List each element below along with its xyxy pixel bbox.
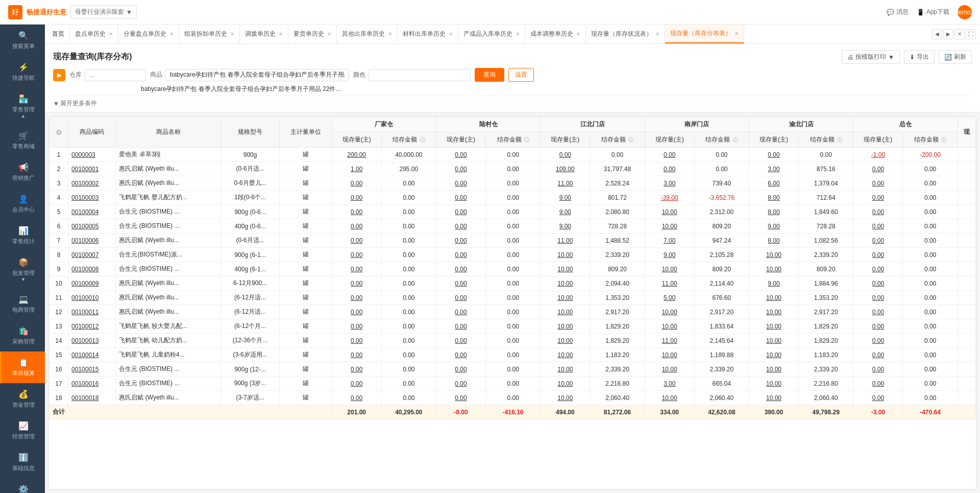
row-changjiacao-qty[interactable]: 0.00 bbox=[332, 248, 381, 262]
row-changjiacao-qty[interactable]: 0.00 bbox=[332, 348, 381, 362]
sidebar-item-retail[interactable]: 🏪 零售管理 ▲ bbox=[0, 88, 45, 125]
row-total-qty[interactable]: 0.00 bbox=[853, 319, 903, 334]
tab-transfer[interactable]: 调拨单历史 ✕ bbox=[240, 25, 288, 43]
row-total-qty[interactable]: 0.00 bbox=[853, 377, 903, 391]
export-btn[interactable]: ⬇ 导出 bbox=[904, 50, 935, 64]
row-nanan-qty[interactable]: 10.00 bbox=[645, 319, 694, 334]
lucun-info-icon[interactable]: ⓘ bbox=[524, 137, 529, 143]
row-yubei-qty[interactable]: 10.00 bbox=[749, 262, 799, 276]
row-nanan-qty[interactable]: 11.00 bbox=[645, 334, 694, 348]
row-yubei-qty[interactable]: 3.00 bbox=[749, 162, 799, 176]
close-tab-1[interactable]: ✕ bbox=[109, 31, 113, 37]
row-changjiacao-qty[interactable]: 0.00 bbox=[332, 334, 381, 348]
tab-product-in[interactable]: 产成品入库单历史 ✕ bbox=[458, 25, 525, 43]
row-yubei-qty[interactable]: 10.00 bbox=[749, 334, 799, 348]
row-changjiacao-qty[interactable]: 0.00 bbox=[332, 377, 381, 391]
row-nanan-qty[interactable]: 5.00 bbox=[645, 291, 694, 305]
sidebar-item-member[interactable]: 👤 会员中心 bbox=[0, 188, 45, 220]
changjiacao-info-icon[interactable]: ⓘ bbox=[420, 137, 425, 143]
row-total-qty[interactable]: 0.00 bbox=[853, 348, 903, 362]
tab-material-out[interactable]: 材料出库单历史 ✕ bbox=[398, 25, 458, 43]
row-code[interactable]: 00100008 bbox=[68, 262, 116, 276]
row-code[interactable]: 00100001 bbox=[68, 162, 116, 176]
row-jiangbei-qty[interactable]: 10.00 bbox=[541, 291, 590, 305]
row-changjiacao-qty[interactable]: 1.00 bbox=[332, 162, 381, 176]
row-code[interactable]: 0000003 bbox=[68, 148, 116, 162]
app-download-btn[interactable]: 📱 App下载 bbox=[917, 8, 949, 16]
row-lucun-qty[interactable]: 0.00 bbox=[436, 205, 486, 219]
row-lucun-qty[interactable]: 0.00 bbox=[436, 291, 486, 305]
row-jiangbei-qty[interactable]: 9.00 bbox=[541, 191, 590, 205]
row-total-qty[interactable]: 0.00 bbox=[853, 191, 903, 205]
row-yubei-qty[interactable]: 8.00 bbox=[749, 233, 799, 248]
tab-close-all-btn[interactable]: ✕ bbox=[954, 29, 965, 39]
refresh-btn[interactable]: 🔄 刷新 bbox=[939, 50, 972, 64]
row-lucun-qty[interactable]: 0.00 bbox=[436, 276, 486, 291]
row-yubei-qty[interactable]: 10.00 bbox=[749, 291, 799, 305]
row-lucun-qty[interactable]: 0.00 bbox=[436, 248, 486, 262]
row-nanan-qty[interactable]: 9.00 bbox=[645, 248, 694, 262]
row-code[interactable]: 00100014 bbox=[68, 348, 116, 362]
row-jiangbei-qty[interactable]: 10.00 bbox=[541, 319, 590, 334]
sidebar-item-retail-stats[interactable]: 📊 零售统计 bbox=[0, 220, 45, 251]
warehouse-input[interactable] bbox=[85, 69, 146, 81]
row-changjiacao-qty[interactable]: 200.00 bbox=[332, 148, 381, 162]
close-tab-9[interactable]: ✕ bbox=[576, 31, 580, 37]
row-lucun-qty[interactable]: 0.00 bbox=[436, 262, 486, 276]
row-nanan-qty[interactable]: 10.00 bbox=[645, 391, 694, 405]
close-tab-3[interactable]: ✕ bbox=[230, 31, 234, 37]
tab-inventory-check[interactable]: 盘点单历史 ✕ bbox=[70, 25, 118, 43]
row-code[interactable]: 00100009 bbox=[68, 276, 116, 291]
row-code[interactable]: 00100012 bbox=[68, 319, 116, 334]
row-code[interactable]: 00100011 bbox=[68, 305, 116, 319]
row-total-qty[interactable]: 0.00 bbox=[853, 291, 903, 305]
tab-partial-check[interactable]: 分量盘点单历史 ✕ bbox=[118, 25, 179, 43]
sidebar-item-mall[interactable]: 🛒 零售商城 bbox=[0, 125, 45, 156]
query-btn[interactable]: 查询 bbox=[475, 68, 504, 82]
row-code[interactable]: 00100015 bbox=[68, 362, 116, 377]
row-jiangbei-qty[interactable]: 0.00 bbox=[541, 148, 590, 162]
row-changjiacao-qty[interactable]: 0.00 bbox=[332, 262, 381, 276]
product-input[interactable] bbox=[165, 69, 349, 81]
row-jiangbei-qty[interactable]: 9.00 bbox=[541, 205, 590, 219]
table-container[interactable]: ⚙ 商品编码 商品名称 规格型号 主计量单位 厂家仓 陆村仓 江北门店 南岸门店… bbox=[49, 116, 976, 489]
row-code[interactable]: 00100003 bbox=[68, 191, 116, 205]
row-yubei-qty[interactable]: 9.00 bbox=[749, 276, 799, 291]
row-total-qty[interactable]: 0.00 bbox=[853, 362, 903, 377]
sidebar-item-purchase[interactable]: 🛍️ 采购管理 bbox=[0, 320, 45, 351]
total-info-icon[interactable]: ⓘ bbox=[941, 137, 946, 143]
row-changjiacao-qty[interactable]: 0.00 bbox=[332, 205, 381, 219]
close-tab-2[interactable]: ✕ bbox=[169, 31, 174, 37]
row-jiangbei-qty[interactable]: 10.00 bbox=[541, 305, 590, 319]
tab-home[interactable]: 首页 bbox=[47, 25, 70, 43]
row-nanan-qty[interactable]: -39.00 bbox=[645, 191, 694, 205]
row-jiangbei-qty[interactable]: 109.00 bbox=[541, 162, 590, 176]
row-nanan-qty[interactable]: 10.00 bbox=[645, 362, 694, 377]
row-yubei-qty[interactable]: 10.00 bbox=[749, 391, 799, 405]
sidebar-item-inventory[interactable]: 📋 库存核算 bbox=[0, 351, 45, 383]
close-tab-11[interactable]: ✕ bbox=[734, 31, 739, 36]
print-btn[interactable]: 🖨 按模版打印 ▼ bbox=[842, 50, 900, 64]
row-total-qty[interactable]: 0.00 bbox=[853, 248, 903, 262]
row-total-qty[interactable]: 0.00 bbox=[853, 305, 903, 319]
row-changjiacao-qty[interactable]: 0.00 bbox=[332, 391, 381, 405]
row-lucun-qty[interactable]: 0.00 bbox=[436, 377, 486, 391]
row-jiangbei-qty[interactable]: 10.00 bbox=[541, 362, 590, 377]
collapse-arrow[interactable]: ▶ bbox=[53, 69, 65, 81]
row-total-qty[interactable]: 0.00 bbox=[853, 205, 903, 219]
row-yubei-qty[interactable]: 10.00 bbox=[749, 377, 799, 391]
row-lucun-qty[interactable]: 0.00 bbox=[436, 305, 486, 319]
close-tab-5[interactable]: ✕ bbox=[327, 31, 331, 37]
close-tab-8[interactable]: ✕ bbox=[516, 31, 520, 37]
row-total-qty[interactable]: 0.00 bbox=[853, 162, 903, 176]
row-changjiacao-qty[interactable]: 0.00 bbox=[332, 319, 381, 334]
row-lucun-qty[interactable]: 0.00 bbox=[436, 219, 486, 233]
sidebar-item-nav[interactable]: ⚡ 快捷导航 bbox=[0, 56, 45, 88]
row-changjiacao-qty[interactable]: 0.00 bbox=[332, 362, 381, 377]
row-total-qty[interactable]: -1.00 bbox=[853, 148, 903, 162]
row-lucun-qty[interactable]: 0.00 bbox=[436, 233, 486, 248]
row-nanan-qty[interactable]: 0.00 bbox=[645, 162, 694, 176]
row-yubei-qty[interactable]: 0.00 bbox=[749, 148, 799, 162]
sidebar-item-operations[interactable]: 📈 经营管理 bbox=[0, 415, 45, 447]
sidebar-item-search[interactable]: 🔍 搜索英单 bbox=[0, 25, 45, 56]
